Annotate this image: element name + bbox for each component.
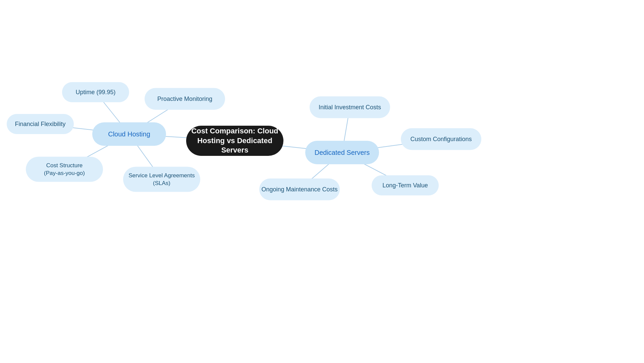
- ongoing-maintenance-node: Ongoing Maintenance Costs: [259, 179, 340, 200]
- uptime-node: Uptime (99.95): [62, 82, 129, 102]
- financial-flexibility-node: Financial Flexibility: [7, 114, 74, 134]
- sla-node: Service Level Agreements (SLAs): [123, 167, 200, 192]
- initial-investment-node: Initial Investment Costs: [310, 97, 390, 118]
- proactive-monitoring-node: Proactive Monitoring: [145, 88, 225, 110]
- long-term-value-node: Long-Term Value: [372, 175, 439, 195]
- cloud-hosting-node: Cloud Hosting: [92, 122, 166, 146]
- center-node: Cost Comparison: Cloud Hosting vs Dedica…: [186, 126, 283, 156]
- custom-configurations-node: Custom Configurations: [401, 128, 481, 150]
- mind-map-container: Cost Comparison: Cloud Hosting vs Dedica…: [0, 0, 644, 363]
- cost-structure-node: Cost Structure (Pay-as-you-go): [26, 157, 103, 182]
- dedicated-servers-node: Dedicated Servers: [305, 141, 379, 164]
